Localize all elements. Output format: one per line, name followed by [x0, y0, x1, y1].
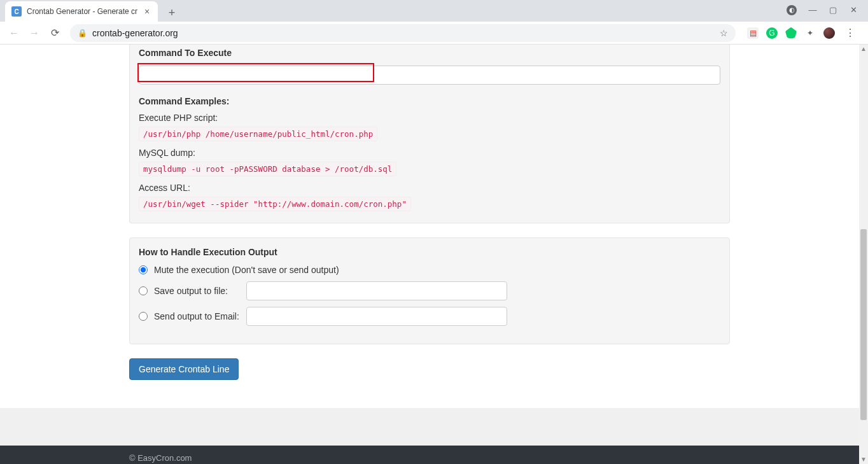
command-input[interactable] — [139, 66, 720, 85]
tab-title: Crontab Generator - Generate cr — [27, 7, 137, 16]
bookmark-star-icon[interactable]: ☆ — [720, 28, 728, 38]
footer-copyright: © EasyCron.com — [129, 453, 192, 463]
scrollbar-thumb[interactable] — [860, 229, 867, 420]
example-code-mysql: mysqldump -u root -pPASSWORD database > … — [139, 162, 396, 176]
example-code-php: /usr/bin/php /home/username/public_html/… — [139, 127, 377, 141]
example-label-php: Execute PHP script: — [139, 113, 720, 123]
scroll-down-arrow-icon[interactable]: ▼ — [859, 455, 868, 464]
radio-mute-label: Mute the execution (Don't save or send o… — [154, 265, 339, 275]
output-panel: How to Handle Execution Output Mute the … — [129, 237, 730, 344]
email-input[interactable] — [246, 307, 507, 326]
browser-menu-icon[interactable]: ⋮ — [843, 27, 858, 39]
radio-mute[interactable] — [139, 265, 148, 274]
address-bar[interactable]: 🔒 crontab-generator.org ☆ — [70, 24, 736, 42]
example-label-url: Access URL: — [139, 183, 720, 193]
toolbar: ← → ⟳ 🔒 crontab-generator.org ☆ ▤ G ✦ ⋮ — [0, 22, 868, 45]
examples-title: Command Examples: — [139, 96, 720, 106]
address-text: crontab-generator.org — [92, 28, 178, 38]
page-viewport: Command To Execute Command Examples: Exe… — [0, 45, 868, 464]
footer-spacer — [0, 380, 859, 408]
titlebar: C Crontab Generator - Generate cr × + ◐ … — [0, 0, 868, 22]
close-tab-icon[interactable]: × — [143, 7, 151, 16]
close-window-icon[interactable]: ✕ — [849, 5, 858, 15]
vertical-scrollbar[interactable]: ▲ ▼ — [859, 45, 868, 464]
radio-email-label: Send output to Email: — [154, 311, 240, 321]
command-panel-title: Command To Execute — [139, 48, 720, 58]
example-code-url: /usr/bin/wget --spider "http://www.domai… — [139, 197, 411, 211]
extension-icon-shield[interactable] — [785, 27, 797, 39]
extension-icon-grammarly[interactable]: G — [766, 27, 778, 39]
footer-grey-band — [0, 408, 859, 446]
extensions-area: ▤ G ✦ ⋮ — [742, 27, 863, 39]
new-tab-button[interactable]: + — [163, 4, 181, 22]
minimize-icon[interactable]: — — [808, 5, 817, 15]
radio-file-label: Save output to file: — [154, 286, 240, 296]
incognito-icon: ◐ — [787, 5, 797, 15]
maximize-icon[interactable]: ▢ — [829, 5, 837, 15]
example-label-mysql: MySQL dump: — [139, 148, 720, 158]
favicon-icon: C — [11, 6, 22, 17]
browser-tab[interactable]: C Crontab Generator - Generate cr × — [5, 1, 158, 22]
footer: © EasyCron.com — [0, 446, 859, 464]
profile-avatar[interactable] — [823, 27, 835, 39]
lock-icon: 🔒 — [78, 29, 87, 38]
radio-email[interactable] — [139, 312, 148, 321]
forward-button[interactable]: → — [25, 24, 43, 42]
extensions-puzzle-icon[interactable]: ✦ — [804, 27, 816, 39]
file-path-input[interactable] — [246, 281, 507, 300]
back-button[interactable]: ← — [5, 24, 23, 42]
command-panel: Command To Execute Command Examples: Exe… — [129, 45, 730, 223]
window-controls: ◐ — ▢ ✕ — [776, 0, 868, 20]
reload-button[interactable]: ⟳ — [46, 24, 64, 42]
extension-icon-1[interactable]: ▤ — [747, 27, 759, 39]
radio-file[interactable] — [139, 286, 148, 295]
generate-button[interactable]: Generate Crontab Line — [129, 358, 239, 380]
output-panel-title: How to Handle Execution Output — [139, 247, 720, 257]
scroll-up-arrow-icon[interactable]: ▲ — [859, 45, 868, 53]
